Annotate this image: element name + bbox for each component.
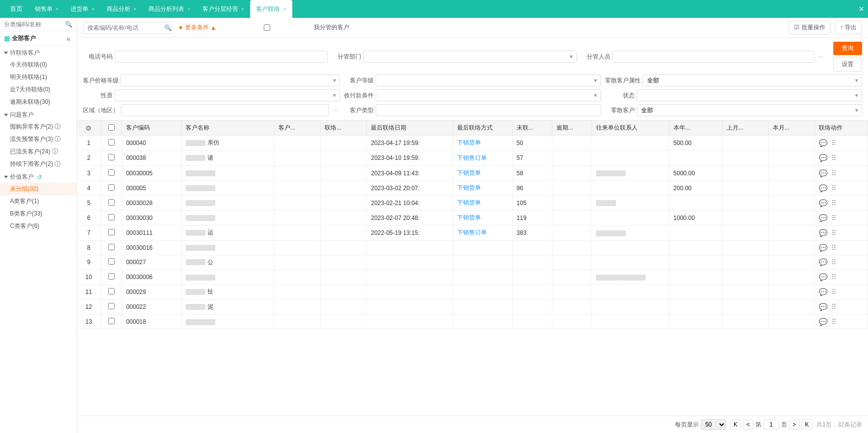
my-customers-checkbox-label[interactable]: 我分管的客户 xyxy=(222,23,349,32)
close-purchase-tab[interactable]: × xyxy=(91,6,94,12)
more-conditions-btn[interactable]: ▼ 更多条件 ▲ xyxy=(178,23,216,32)
customer-level-select[interactable] xyxy=(376,74,601,86)
batch-op-button[interactable]: ☑ 批量操作 xyxy=(789,21,830,34)
reset-button[interactable]: 设置 xyxy=(833,57,862,72)
my-customers-checkbox[interactable] xyxy=(222,24,312,31)
lastdate-col-header[interactable]: 最后联络日期 xyxy=(367,121,453,136)
row-checkbox[interactable] xyxy=(108,303,115,309)
sidebar-item-churned[interactable]: 已流失客户(24) ⓘ xyxy=(0,145,76,158)
contact-col-header[interactable]: 联络... xyxy=(321,121,367,136)
menu-icon[interactable]: ⠿ xyxy=(831,154,836,162)
sidebar-item-hoarding[interactable]: 囤购异常客户(2) ⓘ xyxy=(0,121,76,133)
close-customer-tier-tab[interactable]: × xyxy=(241,6,244,12)
sidebar-item-churn-warning[interactable]: 流失预警客户(3) ⓘ xyxy=(0,133,76,145)
chat-icon[interactable]: 💬 xyxy=(819,258,827,266)
nature-select[interactable] xyxy=(115,89,340,101)
row-checkbox[interactable] xyxy=(108,318,115,324)
sidebar-item-tomorrow[interactable]: 明天待联络(1) xyxy=(0,71,76,83)
row-checkbox[interactable] xyxy=(108,288,115,294)
chat-icon[interactable]: 💬 xyxy=(819,273,827,281)
row-checkbox[interactable] xyxy=(108,229,115,235)
phone-input[interactable] xyxy=(115,51,328,63)
nav-tab-purchase[interactable]: 进货单 × xyxy=(65,0,100,18)
dept-select[interactable] xyxy=(363,51,576,63)
per-page-select[interactable]: 50 100 xyxy=(701,419,726,430)
sidebar-item-declining[interactable]: 持续下滑客户(2) ⓘ xyxy=(0,158,76,170)
sidebar-group-pending[interactable]: 待联络客户 xyxy=(0,46,76,59)
row-checkbox[interactable] xyxy=(108,244,115,250)
sidebar-item-7days[interactable]: 近7天待联络(0) xyxy=(0,83,76,96)
row-checkbox[interactable] xyxy=(108,169,115,176)
chat-icon[interactable]: 💬 xyxy=(819,229,827,237)
nav-tab-analysis[interactable]: 商品分析 × xyxy=(101,0,142,18)
lastway-col-header[interactable]: 最后联络方式 xyxy=(453,121,512,136)
sidebar-item-class-b[interactable]: B类客户(33) xyxy=(0,208,76,220)
menu-icon[interactable]: ⠿ xyxy=(831,214,836,222)
sidebar-item-today[interactable]: 今天待联络(0) xyxy=(0,59,76,71)
menu-icon[interactable]: ⠿ xyxy=(831,288,836,296)
contact-way-link[interactable]: 下销售订单 xyxy=(457,229,487,236)
sidebar-group-value[interactable]: 价值客户 ↺ xyxy=(0,170,76,183)
menu-icon[interactable]: ⠿ xyxy=(831,318,836,326)
close-analysis-list-tab[interactable]: × xyxy=(187,6,190,12)
sidebar-item-class-c[interactable]: C类客户(6) xyxy=(0,220,76,232)
customer-type-input[interactable] xyxy=(376,104,601,116)
query-button[interactable]: 查询 xyxy=(833,42,862,55)
close-sales-tab[interactable]: × xyxy=(56,6,59,12)
menu-icon[interactable]: ⠿ xyxy=(831,139,836,147)
menu-icon[interactable]: ⠿ xyxy=(831,229,836,237)
nav-tab-customer-contact[interactable]: 客户联络 × xyxy=(250,0,292,18)
row-checkbox[interactable] xyxy=(108,154,115,160)
menu-icon[interactable]: ⠿ xyxy=(831,258,836,266)
row-checkbox[interactable] xyxy=(108,199,115,206)
sidebar-group-problem[interactable]: 问题客户 xyxy=(0,108,76,121)
row-checkbox[interactable] xyxy=(108,273,115,280)
last-page-btn[interactable]: K xyxy=(801,420,812,430)
nav-tab-analysis-list[interactable]: 商品分析列表 × xyxy=(142,0,196,18)
sidebar-item-overdue[interactable]: 逾期未联络(30) xyxy=(0,96,76,108)
thismonth-col-header[interactable]: 本月... xyxy=(768,121,814,136)
region-ellipsis[interactable]: ··· xyxy=(331,107,340,114)
contact-way-link[interactable]: 下销货单 xyxy=(457,169,481,176)
chat-icon[interactable]: 💬 xyxy=(819,318,827,326)
menu-icon[interactable]: ⠿ xyxy=(831,303,836,311)
row-checkbox[interactable] xyxy=(108,214,115,220)
price-level-select[interactable] xyxy=(121,74,340,86)
thisyear-col-header[interactable]: 本年... xyxy=(669,121,722,136)
gear-button[interactable]: ⚙ xyxy=(85,124,92,132)
refresh-value-icon[interactable]: ↺ xyxy=(37,174,42,181)
menu-icon[interactable]: ⠿ xyxy=(831,199,836,207)
search-input[interactable] xyxy=(83,22,172,34)
menu-icon[interactable]: ⠿ xyxy=(831,273,836,281)
retail-customer-select[interactable]: 全部 xyxy=(637,104,862,116)
chat-icon[interactable]: 💬 xyxy=(819,303,827,311)
sidebar-search-input[interactable] xyxy=(4,21,65,28)
close-all-tabs[interactable]: × xyxy=(859,4,864,14)
manager-ellipsis[interactable]: ··· xyxy=(816,53,825,60)
chat-icon[interactable]: 💬 xyxy=(819,139,827,147)
first-page-btn[interactable]: K xyxy=(730,420,741,430)
overdue-col-header[interactable]: 逾期... xyxy=(552,121,592,136)
chat-icon[interactable]: 💬 xyxy=(819,184,827,192)
chat-icon[interactable]: 💬 xyxy=(819,244,827,252)
contact-way-link[interactable]: 下销售订单 xyxy=(457,154,487,161)
nav-tab-sales[interactable]: 销售单 × xyxy=(29,0,65,18)
retail-attr-select[interactable]: 全部 xyxy=(643,74,862,86)
next-page-btn[interactable]: > xyxy=(789,420,800,430)
menu-icon[interactable]: ⠿ xyxy=(831,184,836,192)
export-button[interactable]: ↑ 导出 xyxy=(835,21,862,34)
close-analysis-tab[interactable]: × xyxy=(134,6,136,12)
sidebar-search-icon[interactable]: 🔍 xyxy=(65,21,72,28)
close-customer-contact-tab[interactable]: × xyxy=(283,6,286,12)
name-col-header[interactable]: 客户名称 xyxy=(182,121,274,136)
chat-icon[interactable]: 💬 xyxy=(819,169,827,177)
chat-icon[interactable]: 💬 xyxy=(819,288,827,296)
menu-icon[interactable]: ⠿ xyxy=(831,244,836,252)
row-checkbox[interactable] xyxy=(108,139,115,145)
row-checkbox[interactable] xyxy=(108,258,115,265)
collapse-sidebar-btn[interactable]: « xyxy=(65,35,72,43)
chat-icon[interactable]: 💬 xyxy=(819,154,827,162)
type-col-header[interactable]: 客户... xyxy=(274,121,320,136)
menu-icon[interactable]: ⠿ xyxy=(831,169,836,177)
region-input[interactable] xyxy=(121,104,329,116)
